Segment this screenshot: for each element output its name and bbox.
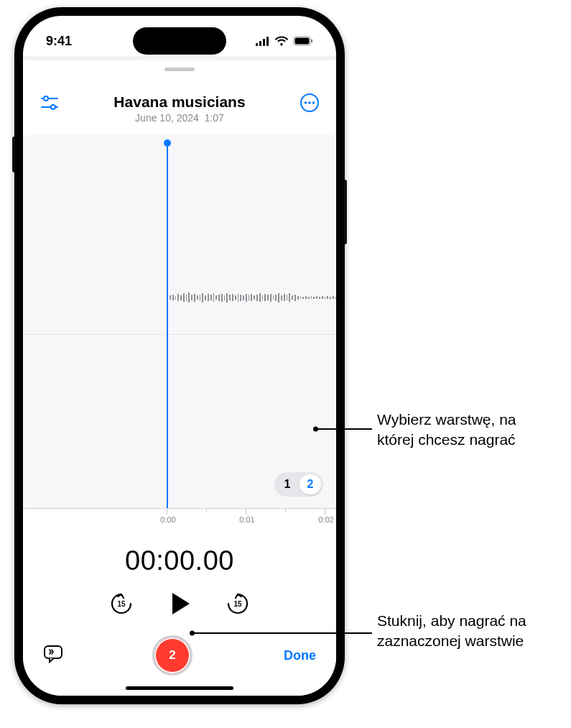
skip-back-label: 15 — [117, 600, 125, 608]
recording-title[interactable]: Havana musicians — [113, 93, 245, 111]
recording-subtitle: June 10, 2024 1:07 — [113, 112, 245, 124]
wifi-icon — [274, 36, 289, 46]
track-separator — [23, 334, 336, 335]
ruler-mark: 0:02 — [318, 515, 333, 524]
waveform-area[interactable]: 1 2 0:00 0:01 0:02 — [23, 135, 336, 533]
svg-rect-5 — [295, 38, 310, 45]
sheet-header: Havana musicians June 10, 2024 1:07 — [23, 79, 336, 131]
skip-fwd-label: 15 — [233, 600, 241, 608]
dynamic-island — [133, 27, 226, 55]
svg-point-8 — [44, 96, 48, 101]
home-indicator[interactable] — [126, 686, 233, 690]
svg-point-12 — [305, 101, 307, 104]
iphone-frame: 9:41 Havana mus — [14, 7, 345, 704]
recording-sheet: Havana musicians June 10, 2024 1:07 1 2 — [23, 79, 336, 696]
ruler-mark: 0:01 — [239, 515, 254, 524]
svg-rect-1 — [259, 41, 261, 46]
play-button[interactable] — [165, 589, 194, 618]
svg-point-10 — [51, 105, 55, 109]
sheet-background — [23, 56, 336, 60]
done-button[interactable]: Done — [280, 648, 316, 663]
ruler-mark: 0:00 — [160, 515, 175, 524]
status-right — [256, 36, 313, 46]
title-block: Havana musicians June 10, 2024 1:07 — [113, 93, 245, 124]
elapsed-timer: 00:00.00 — [125, 545, 234, 576]
svg-point-13 — [308, 101, 311, 104]
time-ruler: 0:00 0:01 0:02 — [23, 508, 336, 533]
svg-rect-0 — [256, 43, 258, 46]
status-time: 9:41 — [46, 34, 72, 49]
callout-layer-text: Wybierz warstwę, na której chcesz nagrać — [377, 410, 557, 451]
layer-selector[interactable]: 1 2 — [274, 472, 323, 497]
svg-rect-2 — [263, 39, 265, 46]
svg-rect-6 — [311, 40, 312, 43]
timer-row: 00:00.00 — [23, 533, 336, 582]
screen: 9:41 Havana mus — [23, 16, 336, 696]
layer-1-button[interactable]: 1 — [277, 474, 298, 494]
skip-back-15-button[interactable]: 15 — [109, 591, 134, 616]
battery-icon — [293, 36, 313, 46]
transcript-button[interactable] — [43, 645, 65, 666]
svg-rect-3 — [266, 37, 269, 46]
skip-forward-15-button[interactable]: 15 — [226, 591, 250, 616]
layer-2-button[interactable]: 2 — [300, 474, 321, 494]
playhead[interactable] — [167, 142, 168, 508]
more-button[interactable] — [299, 92, 320, 114]
sheet-grip[interactable] — [164, 68, 195, 71]
callout-record-text: Stuknij, aby nagrać na zaznaczonej warst… — [377, 611, 557, 652]
record-button[interactable]: 2 — [152, 635, 192, 676]
playback-settings-button[interactable] — [39, 92, 60, 114]
cellular-icon — [256, 37, 270, 46]
svg-point-14 — [312, 101, 315, 104]
waveform-layer-2 — [170, 287, 336, 308]
callout-line-layer — [316, 428, 372, 430]
transport-controls: 15 15 — [23, 582, 336, 631]
record-layer-badge: 2 — [169, 648, 175, 663]
callout-line-record — [192, 632, 372, 634]
